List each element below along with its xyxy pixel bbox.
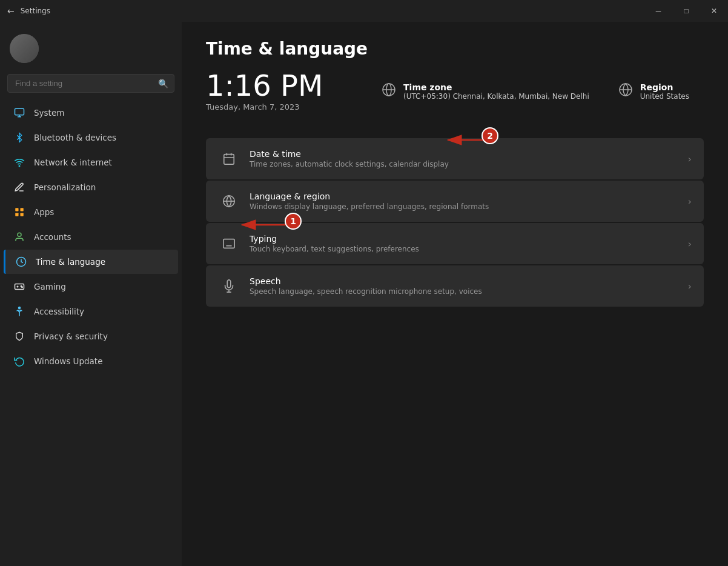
svg-rect-3 — [21, 208, 24, 211]
region-value: United States — [640, 92, 689, 101]
search-input[interactable] — [7, 74, 174, 93]
date-time-chevron: › — [688, 153, 692, 165]
search-icon: 🔍 — [158, 79, 168, 88]
sidebar-item-bluetooth-label: Bluetooth & devices — [34, 133, 116, 142]
date-time-title: Date & time — [250, 149, 678, 159]
date-time-text: Date & time Time zones, automatic clock … — [250, 149, 678, 168]
svg-point-1 — [19, 165, 20, 167]
svg-point-10 — [22, 287, 23, 288]
sidebar-item-network[interactable]: Network & internet — [4, 150, 178, 175]
back-icon[interactable]: ← — [7, 6, 15, 16]
region-icon — [618, 82, 633, 100]
svg-point-11 — [19, 307, 21, 309]
settings-item-speech[interactable]: Speech Speech language, speech recogniti… — [206, 265, 704, 307]
close-button[interactable]: ✕ — [700, 0, 728, 22]
titlebar-controls: ─ □ ✕ — [644, 0, 728, 22]
sidebar-nav: System Bluetooth & devices Network & int… — [0, 100, 182, 374]
main-content: Time & language 1:16 PM Tuesday, March 7… — [182, 22, 728, 566]
sidebar: 🔍 System Bluetooth & devices Networ — [0, 22, 182, 566]
sidebar-item-gaming[interactable]: Gaming — [4, 275, 178, 299]
time-region-bar: 1:16 PM Tuesday, March 7, 2023 Time zone… — [206, 71, 704, 112]
region-label: Region — [640, 82, 689, 92]
sidebar-item-windows-update-label: Windows Update — [34, 356, 102, 366]
region-text: Region United States — [640, 82, 689, 101]
sidebar-item-windows-update[interactable]: Windows Update — [4, 349, 178, 373]
date-time-icon — [218, 148, 240, 170]
svg-rect-17 — [224, 155, 234, 164]
accounts-icon — [13, 231, 25, 243]
sidebar-item-accessibility-label: Accessibility — [34, 307, 84, 316]
apps-icon — [13, 206, 25, 218]
typing-text: Typing Touch keyboard, text suggestions,… — [250, 234, 678, 253]
privacy-icon — [13, 330, 25, 342]
speech-chevron: › — [688, 281, 692, 292]
typing-icon — [218, 233, 240, 255]
sidebar-item-accessibility[interactable]: Accessibility — [4, 299, 178, 324]
date-time-desc: Time zones, automatic clock settings, ca… — [250, 160, 678, 168]
timezone-label: Time zone — [403, 82, 589, 92]
search-box: 🔍 — [7, 74, 174, 93]
sidebar-item-privacy-label: Privacy & security — [34, 331, 108, 341]
language-region-title: Language & region — [250, 191, 678, 201]
timezone-box: Time zone (UTC+05:30) Chennai, Kolkata, … — [367, 82, 604, 101]
svg-rect-0 — [15, 108, 24, 115]
sidebar-item-bluetooth[interactable]: Bluetooth & devices — [4, 125, 178, 150]
sidebar-item-accounts[interactable]: Accounts — [4, 225, 178, 249]
settings-list: Date & time Time zones, automatic clock … — [206, 138, 704, 307]
sidebar-item-personalization-label: Personalization — [34, 182, 96, 192]
page-title: Time & language — [206, 39, 704, 59]
header-info-boxes: Time zone (UTC+05:30) Chennai, Kolkata, … — [367, 82, 704, 101]
sidebar-item-network-label: Network & internet — [34, 158, 112, 167]
speech-title: Speech — [250, 276, 678, 286]
timezone-value: (UTC+05:30) Chennai, Kolkata, Mumbai, Ne… — [403, 92, 589, 101]
titlebar-left: ← Settings — [7, 6, 50, 16]
sidebar-item-time-language[interactable]: Time & language — [4, 250, 178, 274]
language-region-text: Language & region Windows display langua… — [250, 191, 678, 211]
annotation-badge-1: 1 — [285, 213, 302, 230]
sidebar-item-accounts-label: Accounts — [34, 232, 71, 242]
svg-rect-5 — [21, 213, 24, 216]
sidebar-item-apps-label: Apps — [34, 207, 54, 217]
sidebar-item-privacy[interactable]: Privacy & security — [4, 324, 178, 348]
sidebar-item-personalization[interactable]: Personalization — [4, 175, 178, 199]
typing-title: Typing — [250, 234, 678, 244]
sidebar-item-system[interactable]: System — [4, 101, 178, 125]
language-region-icon — [218, 190, 240, 212]
settings-item-date-time[interactable]: Date & time Time zones, automatic clock … — [206, 138, 704, 179]
region-box: Region United States — [604, 82, 704, 101]
svg-rect-2 — [15, 208, 18, 211]
maximize-button[interactable]: □ — [672, 0, 700, 22]
sidebar-profile — [0, 22, 182, 69]
language-region-chevron: › — [688, 196, 692, 207]
current-time-section: 1:16 PM Tuesday, March 7, 2023 — [206, 71, 367, 112]
app-container: 🔍 System Bluetooth & devices Networ — [0, 22, 728, 566]
accessibility-icon — [13, 305, 25, 318]
sidebar-item-time-language-label: Time & language — [36, 257, 105, 267]
sidebar-item-apps[interactable]: Apps — [4, 200, 178, 224]
settings-item-language-region[interactable]: Language & region Windows display langua… — [206, 181, 704, 222]
speech-desc: Speech language, speech recognition micr… — [250, 287, 678, 296]
svg-rect-4 — [15, 213, 18, 216]
typing-desc: Touch keyboard, text suggestions, prefer… — [250, 245, 678, 253]
time-language-icon — [15, 256, 27, 268]
timezone-text: Time zone (UTC+05:30) Chennai, Kolkata, … — [403, 82, 589, 101]
titlebar: ← Settings ─ □ ✕ — [0, 0, 728, 22]
svg-point-6 — [18, 233, 21, 236]
personalization-icon — [13, 181, 25, 193]
system-icon — [13, 107, 25, 119]
windows-update-icon — [13, 355, 25, 367]
sidebar-item-system-label: System — [34, 108, 64, 118]
avatar — [10, 34, 39, 63]
speech-icon — [218, 275, 240, 297]
gaming-icon — [13, 281, 25, 293]
date-display: Tuesday, March 7, 2023 — [206, 102, 367, 112]
sidebar-item-gaming-label: Gaming — [34, 282, 66, 291]
annotation-badge-2: 2 — [481, 127, 498, 144]
speech-text: Speech Speech language, speech recogniti… — [250, 276, 678, 296]
titlebar-title: Settings — [21, 7, 50, 15]
settings-item-typing[interactable]: Typing Touch keyboard, text suggestions,… — [206, 223, 704, 264]
page-header: Time & language 1:16 PM Tuesday, March 7… — [206, 22, 704, 138]
minimize-button[interactable]: ─ — [644, 0, 672, 22]
network-icon — [13, 156, 25, 168]
bluetooth-icon — [13, 132, 25, 144]
